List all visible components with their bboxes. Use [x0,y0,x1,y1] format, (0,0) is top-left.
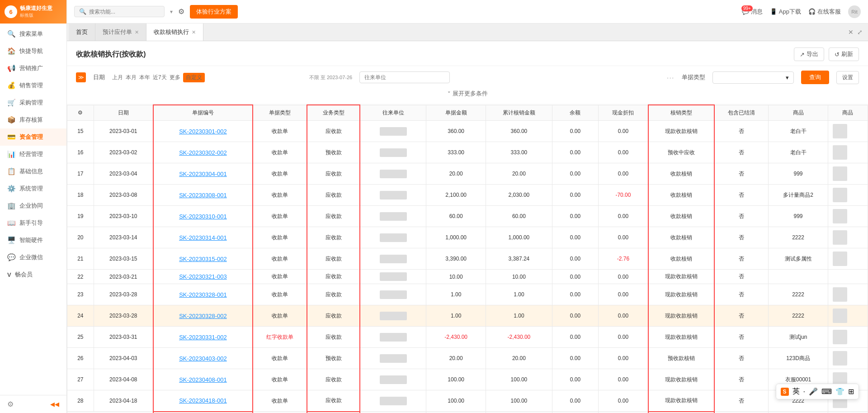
tab-close-prepay[interactable]: ✕ [135,29,139,35]
sidebar-item-guide[interactable]: 📖 新手引导 [0,214,66,232]
cell-partner: **** [360,348,426,369]
cell-cumamt: -2,430.00 [486,327,552,348]
cell-cashdis: -2.76 [599,248,648,270]
ime-skin-icon[interactable]: 👕 [835,387,844,396]
sidebar-item-label: 营销推广 [19,64,43,72]
wechat-icon: 💬 [7,253,16,261]
refresh-btn[interactable]: ↺ 刷新 [829,47,859,61]
table-container[interactable]: ⚙ 日期 单据编号 单据类型 业务类型 往来单位 单据金额 累计核销金额 余额 … [67,104,868,413]
billno-link[interactable]: SK-20230331-002 [179,334,227,341]
date-opt-more[interactable]: 更多 [170,74,180,81]
sidebar-item-wechat[interactable]: 💬 企业微信 [0,249,66,266]
billno-link[interactable]: SK-20230418-001 [179,397,227,404]
ime-grid-icon[interactable]: ⊞ [848,387,854,396]
ime-keyboard-icon[interactable]: ⌨ [821,387,832,396]
filter-expand-row[interactable]: ˅ 展开更多条件 [76,90,859,98]
cell-no: 23 [67,284,94,305]
date-opt-thismonth[interactable]: 本月 [126,74,137,81]
tab-collection[interactable]: 收款核销执行 ✕ [146,24,203,41]
cell-biztype: 预收款 [307,142,360,163]
message-action[interactable]: 💬 99+ 消息 [742,8,763,16]
sidebar-item-purchase[interactable]: 🛒 采购管理 [0,94,66,111]
main-content: 🔍 ▾ ⚙ 体验行业方案 💬 99+ 消息 📱 App下载 🎧 在线客服 [67,0,868,413]
ime-item-dot[interactable]: · [803,388,805,396]
cell-biztype: 应收款 [307,369,360,390]
settings-filter-btn[interactable]: 设置 [836,71,859,84]
dropdown-chevron-icon[interactable]: ▾ [170,9,173,15]
tab-close-collection[interactable]: ✕ [192,29,196,35]
sidebar-item-hardware[interactable]: 🖥️ 智能硬件 [0,232,66,249]
tab-home[interactable]: 首页 [69,24,95,41]
sidebar-item-basic[interactable]: 📋 基础信息 [0,163,66,180]
sidebar-item-label: 销售管理 [19,81,43,90]
search-input[interactable] [89,9,152,15]
industry-btn[interactable]: 体验行业方案 [190,5,238,19]
cell-cumamt: 60.00 [486,206,552,227]
summary-goods [769,412,828,413]
billno-link[interactable]: SK-20230403-002 [179,355,227,362]
settings-icon[interactable]: ⚙ [7,400,14,408]
sidebar-item-enterprise[interactable]: 🏢 企业协同 [0,197,66,214]
sidebar-item-finance[interactable]: 💳 资金管理 [0,128,66,146]
tab-home-label: 首页 [76,28,88,36]
purchase-icon: 🛒 [7,99,16,107]
sidebar-item-inventory[interactable]: 📦 库存核算 [0,111,66,128]
basic-icon: 📋 [7,167,16,176]
billno-link[interactable]: SK-20230408-001 [179,376,227,383]
billno-link[interactable]: SK-20230315-002 [179,256,227,262]
date-opt-lastmonth[interactable]: 上月 [112,74,123,81]
sidebar-item-system[interactable]: ⚙️ 系统管理 [0,180,66,197]
th-billno: 单据编号 [153,105,253,121]
sales-icon: 💰 [7,81,16,90]
billno-link[interactable]: SK-20230314-001 [179,234,227,241]
app-download-action[interactable]: 📱 App下载 [770,8,801,16]
table-row: 15 2023-03-01 SK-20230301-002 收款单 应收款 **… [67,121,868,142]
topbar-search-box[interactable]: 🔍 [74,6,165,17]
date-opt-7days[interactable]: 近7天 [153,74,167,81]
sidebar-item-sales[interactable]: 💰 销售管理 [0,77,66,94]
cell-amount: 100.00 [426,369,486,390]
billno-link[interactable]: SK-20230328-002 [179,313,227,319]
partner-input[interactable] [359,71,450,83]
table-row: 16 2023-03-02 SK-20230302-002 收款单 预收款 **… [67,142,868,163]
ime-item-lang[interactable]: 英 [793,387,800,396]
date-range-display: 不限 至 2023-07-26 [309,74,352,81]
cell-billtype: 收款单 [253,284,307,305]
billno-link[interactable]: SK-20230304-001 [179,171,227,177]
cell-partner: **** [360,206,426,227]
sidebar-item-operation[interactable]: 📊 经营管理 [0,146,66,163]
ime-mic-icon[interactable]: 🎤 [809,387,818,396]
cell-cashdis: 0.00 [599,227,648,248]
billno-link[interactable]: SK-20230321-003 [179,273,227,280]
summary-goods2 [828,412,868,413]
billno-link[interactable]: SK-20230302-002 [179,149,227,156]
query-btn[interactable]: 查询 [801,71,829,84]
close-window-icon[interactable]: ✕ [848,28,854,36]
date-custom-badge[interactable]: 自定义 [183,73,205,82]
sidebar-item-search[interactable]: 🔍 搜索菜单 [0,25,66,43]
sidebar-item-member[interactable]: V 畅会员 [0,266,66,283]
cell-billno: SK-20230408-001 [153,369,253,390]
user-avatar[interactable]: Rit [848,5,861,18]
home-icon: 🏠 [7,47,16,55]
cell-no: 19 [67,206,94,227]
summary-incl [714,412,768,413]
cell-goods: 2222 [769,305,828,327]
cell-billtype: 红字收款单 [253,327,307,348]
cell-biztype: 应收款 [307,185,360,206]
billno-link[interactable]: SK-20230328-001 [179,291,227,298]
date-opt-thisyear[interactable]: 本年 [139,74,150,81]
filter-collapse-btn[interactable]: ≫ [76,72,86,82]
gear-icon[interactable]: ⚙ [178,7,184,16]
billno-link[interactable]: SK-20230310-001 [179,213,227,220]
billno-link[interactable]: SK-20230308-001 [179,192,227,199]
expand-window-icon[interactable]: ⤢ [857,28,863,36]
bill-type-select[interactable]: ▾ [712,71,794,84]
sidebar-item-quicknav[interactable]: 🏠 快捷导航 [0,43,66,60]
export-btn[interactable]: ↗ 导出 [794,47,824,61]
sidebar-item-marketing[interactable]: 📢 营销推广 [0,60,66,77]
billno-link[interactable]: SK-20230301-002 [179,128,227,135]
tab-prepay[interactable]: 预计应付单 ✕ [95,24,146,41]
sidebar-collapse-btn[interactable]: ◀◀ [50,401,59,408]
online-service-action[interactable]: 🎧 在线客服 [808,8,841,16]
